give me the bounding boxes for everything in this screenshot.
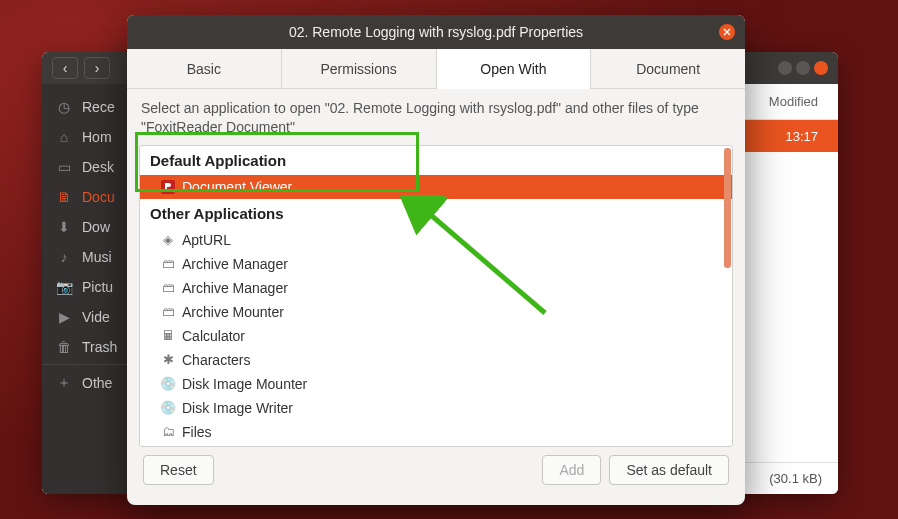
selection-size: (30.1 kB) <box>769 471 822 486</box>
sidebar-item-label: Musi <box>82 249 112 265</box>
default-application-header: Default Application <box>140 146 732 175</box>
set-default-button[interactable]: Set as default <box>609 455 729 485</box>
tab-basic[interactable]: Basic <box>127 49 282 88</box>
forward-button[interactable]: › <box>84 57 110 79</box>
app-label: Calculator <box>182 328 245 344</box>
other-locations-icon: ＋ <box>56 375 72 391</box>
app-icon: ✱ <box>160 352 176 368</box>
dialog-titlebar: 02. Remote Logging with rsyslog.pdf Prop… <box>127 15 745 49</box>
dialog-title-text: 02. Remote Logging with rsyslog.pdf Prop… <box>289 24 583 40</box>
sidebar-item-label: Docu <box>82 189 115 205</box>
sidebar-item-label: Vide <box>82 309 110 325</box>
music-icon: ♪ <box>56 249 72 265</box>
tab-document[interactable]: Document <box>591 49 745 88</box>
other-applications-header: Other Applications <box>140 199 732 228</box>
trash-icon: 🗑 <box>56 339 72 355</box>
app-row-apturl[interactable]: ◈AptURL <box>140 228 732 252</box>
dialog-tabs: BasicPermissionsOpen WithDocument <box>127 49 745 89</box>
app-row-document-viewer[interactable]: Document Viewer <box>140 175 732 199</box>
close-button[interactable] <box>814 61 828 75</box>
app-icon: 💿 <box>160 400 176 416</box>
properties-dialog: 02. Remote Logging with rsyslog.pdf Prop… <box>127 15 745 505</box>
app-label: Disk Image Mounter <box>182 376 307 392</box>
document-viewer-icon <box>160 179 176 195</box>
app-label: Archive Mounter <box>182 304 284 320</box>
app-row-archive-manager[interactable]: 🗃Archive Manager <box>140 252 732 276</box>
add-button[interactable]: Add <box>542 455 601 485</box>
tab-permissions[interactable]: Permissions <box>282 49 437 88</box>
app-icon: 🖩 <box>160 328 176 344</box>
row-modified-time: 13:17 <box>785 129 838 144</box>
app-icon: ◈ <box>160 232 176 248</box>
dialog-close-button[interactable] <box>719 24 735 40</box>
application-list[interactable]: Default ApplicationDocument ViewerOther … <box>140 146 732 446</box>
app-icon: 🗃 <box>160 256 176 272</box>
app-row-archive-manager[interactable]: 🗃Archive Manager <box>140 276 732 300</box>
sidebar-item-label: Hom <box>82 129 112 145</box>
app-icon: 🗃 <box>160 304 176 320</box>
app-row-calculator[interactable]: 🖩Calculator <box>140 324 732 348</box>
sidebar-item-label: Dow <box>82 219 110 235</box>
videos-icon: ▶ <box>56 309 72 325</box>
home-icon: ⌂ <box>56 129 72 145</box>
back-button[interactable]: ‹ <box>52 57 78 79</box>
app-label: Characters <box>182 352 250 368</box>
sidebar-item-label: Othe <box>82 375 112 391</box>
tab-open-with[interactable]: Open With <box>437 49 592 88</box>
app-label: AptURL <box>182 232 231 248</box>
sidebar-item-label: Rece <box>82 99 115 115</box>
app-label: Files <box>182 424 212 440</box>
app-icon: 🗂 <box>160 424 176 440</box>
downloads-icon: ⬇ <box>56 219 72 235</box>
window-controls <box>778 61 828 75</box>
desktop-icon: ▭ <box>56 159 72 175</box>
app-row-characters[interactable]: ✱Characters <box>140 348 732 372</box>
application-list-box: Default ApplicationDocument ViewerOther … <box>139 145 733 447</box>
instruction-text: Select an application to open "02. Remot… <box>139 95 733 145</box>
sidebar-item-label: Desk <box>82 159 114 175</box>
minimize-button[interactable] <box>778 61 792 75</box>
sidebar-item-label: Pictu <box>82 279 113 295</box>
scrollbar-thumb[interactable] <box>724 148 731 268</box>
dialog-footer: Reset Add Set as default <box>139 447 733 493</box>
maximize-button[interactable] <box>796 61 810 75</box>
scrollbar-track[interactable] <box>723 146 732 446</box>
app-row-disk-image-writer[interactable]: 💿Disk Image Writer <box>140 396 732 420</box>
app-row-files[interactable]: 🗂Files <box>140 420 732 444</box>
app-label: Disk Image Writer <box>182 400 293 416</box>
recent-icon: ◷ <box>56 99 72 115</box>
documents-icon: 🗎 <box>56 189 72 205</box>
pictures-icon: 📷 <box>56 279 72 295</box>
app-icon: 🗃 <box>160 280 176 296</box>
app-label: Document Viewer <box>182 179 292 195</box>
app-row-archive-mounter[interactable]: 🗃Archive Mounter <box>140 300 732 324</box>
reset-button[interactable]: Reset <box>143 455 214 485</box>
app-label: Archive Manager <box>182 256 288 272</box>
column-modified[interactable]: Modified <box>769 94 838 109</box>
app-icon: 💿 <box>160 376 176 392</box>
app-label: Archive Manager <box>182 280 288 296</box>
sidebar-item-label: Trash <box>82 339 117 355</box>
app-row-disk-image-mounter[interactable]: 💿Disk Image Mounter <box>140 372 732 396</box>
